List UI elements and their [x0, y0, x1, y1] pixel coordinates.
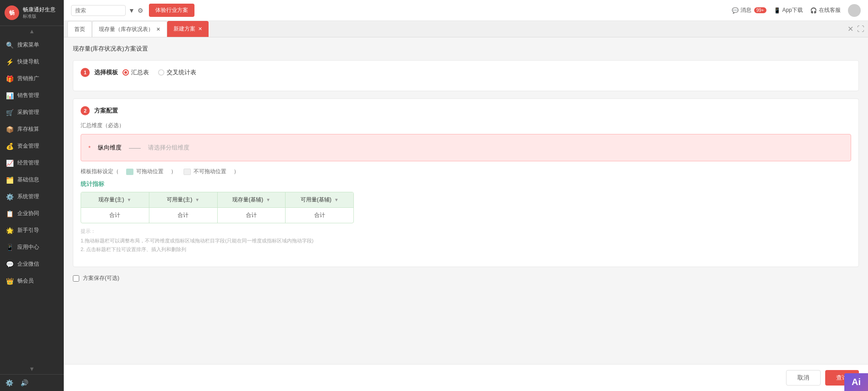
- dim-dash: ——: [129, 144, 141, 151]
- settings-icon[interactable]: ⚙️: [5, 379, 13, 386]
- business-icon: 📈: [5, 159, 14, 167]
- sidebar-nav: 🔍 搜索菜单 ⚡ 快捷导航 🎁 营销推广 📊 销售管理 🛒 采购管理 📦 库存核…: [0, 36, 64, 364]
- close-panel-icon[interactable]: ✕: [848, 25, 853, 33]
- gear-icon[interactable]: ▼: [128, 7, 135, 14]
- headset-icon: 🎧: [810, 7, 817, 14]
- scroll-up-arrow[interactable]: ▲: [0, 26, 64, 36]
- sound-icon[interactable]: 🔊: [20, 379, 28, 386]
- trial-button[interactable]: 体验行业方案: [149, 4, 194, 17]
- purchase-icon: 🛒: [5, 109, 14, 116]
- sidebar-item-label: 营销推广: [17, 75, 39, 82]
- scroll-down-arrow[interactable]: ▼: [0, 364, 64, 374]
- sidebar-item-system[interactable]: ⚙️ 系统管理: [0, 188, 64, 205]
- stats-label: 统计指标: [81, 180, 851, 188]
- search-input[interactable]: [71, 5, 126, 16]
- page-title: 现存量(库存状况表)方案设置: [73, 45, 859, 53]
- step2-section: 2 方案配置 汇总维度（必选） * 纵向维度 —— 请选择分组维度 模板指标设定…: [73, 98, 859, 267]
- radio-cross[interactable]: 交叉统计表: [158, 68, 196, 77]
- sidebar-item-label: 新手引导: [17, 226, 39, 234]
- sidebar-item-shortcut[interactable]: ⚡ 快捷导航: [0, 53, 64, 70]
- topbar-right: 💬 消息 99+ 📱 App下载 🎧 在线客服: [732, 4, 861, 17]
- tab-close-new-plan[interactable]: ✕: [198, 26, 202, 32]
- topbar-left: ▼ ⚙ 体验行业方案: [71, 4, 194, 17]
- avatar[interactable]: [848, 4, 861, 17]
- download-icon: 📱: [774, 7, 781, 14]
- sidebar-item-enterprise[interactable]: 📋 企业协同: [0, 205, 64, 222]
- sidebar-item-newbie[interactable]: 🌟 新手引导: [0, 222, 64, 239]
- ai-badge[interactable]: Ai: [844, 373, 868, 391]
- radio-summary[interactable]: 汇总表: [123, 68, 149, 77]
- sidebar-item-wechat[interactable]: 💬 企业微信: [0, 256, 64, 273]
- save-checkbox[interactable]: [73, 275, 79, 282]
- system-icon: ⚙️: [5, 193, 14, 201]
- sidebar: 畅 畅康通好生意 标准版 ▲ 🔍 搜索菜单 ⚡ 快捷导航 🎁 营销推广 📊 销售…: [0, 0, 64, 391]
- tab-close-inventory[interactable]: ✕: [156, 26, 160, 32]
- search-icon: 🔍: [5, 41, 14, 49]
- stats-table-header: 现存量(主) ▼ 可用量(主) ▼ 现存量(基辅) ▼ 可用量(基辅) ▼: [81, 192, 353, 207]
- main-area: ▼ ⚙ 体验行业方案 💬 消息 99+ 📱 App下载 🎧 在线客服: [64, 0, 868, 391]
- sidebar-item-label: 销售管理: [17, 92, 39, 99]
- step1-section: 1 选择模板 汇总表 交叉统计表: [73, 60, 859, 91]
- sidebar-item-business[interactable]: 📈 经营管理: [0, 154, 64, 171]
- sidebar-item-member[interactable]: 👑 畅会员: [0, 273, 64, 289]
- message-badge: 99+: [754, 7, 766, 13]
- save-option-label: 方案保存(可选): [83, 274, 119, 282]
- col-header-3[interactable]: 现存量(基辅) ▼: [218, 192, 286, 207]
- sidebar-item-label: 企业微信: [17, 260, 39, 268]
- dim-label: 纵向维度: [98, 144, 122, 152]
- tab-home[interactable]: 首页: [67, 21, 92, 37]
- legend-fixed: 不可拖动位置: [184, 168, 226, 175]
- newbie-icon: 🌟: [5, 227, 14, 234]
- sidebar-item-label: 畅会员: [17, 277, 34, 285]
- col4-dropdown-icon[interactable]: ▼: [334, 197, 339, 202]
- col3-dropdown-icon[interactable]: ▼: [266, 197, 271, 202]
- enterprise-icon: 📋: [5, 210, 14, 217]
- sidebar-item-search[interactable]: 🔍 搜索菜单: [0, 36, 64, 53]
- customer-service-button[interactable]: 🎧 在线客服: [810, 6, 841, 14]
- sidebar-item-purchase[interactable]: 🛒 采购管理: [0, 104, 64, 121]
- dimension-box[interactable]: * 纵向维度 —— 请选择分组维度: [81, 134, 851, 161]
- sidebar-item-label: 系统管理: [17, 193, 39, 201]
- search-area: ▼ ⚙: [71, 5, 143, 16]
- indicator-legend: 模板指标设定（ 可拖动位置 ） 不可拖动位置 ）: [81, 168, 851, 175]
- sidebar-item-finance[interactable]: 💰 资金管理: [0, 138, 64, 154]
- sidebar-item-appstore[interactable]: 📱 应用中心: [0, 239, 64, 256]
- sidebar-bottom: ⚙️ 🔊: [0, 374, 64, 391]
- settings-gear-icon[interactable]: ⚙: [138, 7, 143, 14]
- content-area: 现存量(库存状况表)方案设置 1 选择模板 汇总表 交叉统计表: [64, 37, 868, 364]
- movable-indicator-box: [126, 169, 133, 175]
- cell-1: 合计: [81, 208, 149, 223]
- dim-placeholder: 请选择分组维度: [148, 144, 189, 152]
- step2-title: 方案配置: [94, 107, 118, 115]
- cancel-button[interactable]: 取消: [786, 370, 821, 386]
- sidebar-item-label: 库存核算: [17, 125, 39, 133]
- col-header-1[interactable]: 现存量(主) ▼: [81, 192, 149, 207]
- fixed-indicator-box: [184, 169, 191, 175]
- save-option: 方案保存(可选): [73, 274, 859, 282]
- sidebar-item-basic[interactable]: 🗂️ 基础信息: [0, 171, 64, 188]
- sidebar-item-label: 快捷导航: [17, 58, 39, 66]
- col-header-4[interactable]: 可用量(基辅) ▼: [286, 192, 353, 207]
- col1-dropdown-icon[interactable]: ▼: [127, 197, 131, 202]
- member-icon: 👑: [5, 278, 14, 285]
- tab-new-plan[interactable]: 新建方案 ✕: [167, 21, 209, 37]
- step2-badge: 2: [81, 106, 90, 115]
- sidebar-item-inventory[interactable]: 📦 库存核算: [0, 121, 64, 138]
- tabs-bar: 首页 现存量（库存状况表） ✕ 新建方案 ✕ ✕ ⛶: [64, 21, 868, 37]
- expand-icon[interactable]: ⛶: [857, 25, 864, 33]
- logo-icon: 畅: [5, 5, 19, 20]
- cell-4: 合计: [286, 208, 353, 223]
- topbar: ▼ ⚙ 体验行业方案 💬 消息 99+ 📱 App下载 🎧 在线客服: [64, 0, 868, 21]
- message-button[interactable]: 💬 消息 99+: [732, 6, 766, 14]
- sidebar-item-label: 资金管理: [17, 142, 39, 150]
- app-download-button[interactable]: 📱 App下载: [774, 6, 803, 14]
- sidebar-item-marketing[interactable]: 🎁 营销推广: [0, 70, 64, 87]
- message-icon: 💬: [732, 7, 739, 14]
- tab-inventory-status[interactable]: 现存量（库存状况表） ✕: [92, 21, 167, 37]
- app-logo: 畅 畅康通好生意 标准版: [0, 0, 64, 26]
- col-header-2[interactable]: 可用量(主) ▼: [149, 192, 218, 207]
- cell-3: 合计: [218, 208, 286, 223]
- logo-text: 畅康通好生意 标准版: [23, 6, 56, 20]
- sidebar-item-sales[interactable]: 📊 销售管理: [0, 87, 64, 104]
- col2-dropdown-icon[interactable]: ▼: [195, 197, 199, 202]
